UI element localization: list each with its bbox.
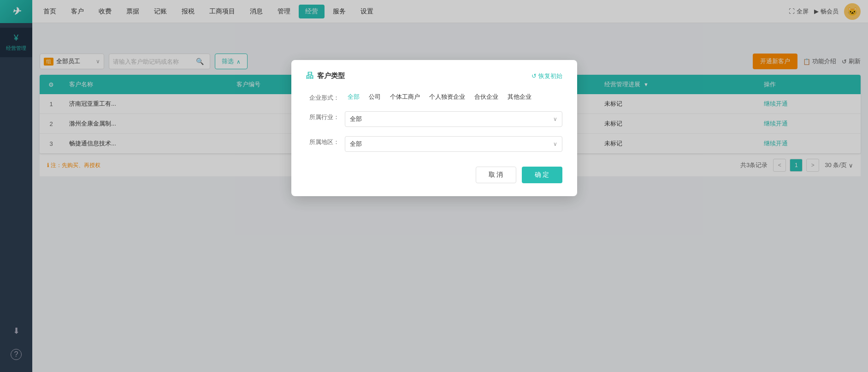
modal-overlay: 品 客户类型 ↺ 恢复初始 企业形式： 全部 公司 个体工商户 个人独资企业 合… (0, 0, 868, 372)
enterprise-form-row: 企业形式： 全部 公司 个体工商户 个人独资企业 合伙企业 其他企业 (306, 92, 562, 102)
enterprise-option-partnership[interactable]: 合伙企业 (472, 92, 501, 102)
enterprise-option-other[interactable]: 其他企业 (505, 92, 534, 102)
modal-footer: 取 消 确 定 (306, 167, 562, 183)
filter-modal: 品 客户类型 ↺ 恢复初始 企业形式： 全部 公司 个体工商户 个人独资企业 合… (291, 60, 577, 196)
region-value: 全部 (350, 140, 362, 148)
enterprise-option-individual[interactable]: 个体工商户 (387, 92, 423, 102)
modal-title-icon: 品 (306, 71, 313, 81)
enterprise-option-company[interactable]: 公司 (366, 92, 384, 102)
industry-select[interactable]: 全部 ∨ (345, 111, 562, 127)
region-select-arrow-icon: ∨ (553, 141, 557, 147)
industry-label: 所属行业： (306, 111, 339, 121)
enterprise-option-all[interactable]: 全部 (345, 92, 362, 102)
confirm-button[interactable]: 确 定 (522, 167, 562, 183)
enterprise-option-sole[interactable]: 个人独资企业 (426, 92, 468, 102)
region-select[interactable]: 全部 ∨ (345, 136, 562, 152)
reset-icon: ↺ (531, 72, 537, 79)
industry-select-arrow-icon: ∨ (553, 116, 557, 122)
reset-label: 恢复初始 (538, 72, 562, 80)
region-row: 所属地区： 全部 ∨ (306, 136, 562, 152)
industry-value: 全部 (350, 115, 362, 123)
cancel-button[interactable]: 取 消 (476, 167, 516, 183)
enterprise-options: 全部 公司 个体工商户 个人独资企业 合伙企业 其他企业 (345, 92, 562, 102)
modal-title: 品 客户类型 (306, 71, 345, 81)
enterprise-form-label: 企业形式： (306, 92, 339, 102)
region-label: 所属地区： (306, 136, 339, 146)
modal-reset-button[interactable]: ↺ 恢复初始 (531, 72, 562, 80)
modal-title-text: 客户类型 (317, 72, 345, 80)
modal-header: 品 客户类型 ↺ 恢复初始 (306, 71, 562, 81)
industry-row: 所属行业： 全部 ∨ (306, 111, 562, 127)
